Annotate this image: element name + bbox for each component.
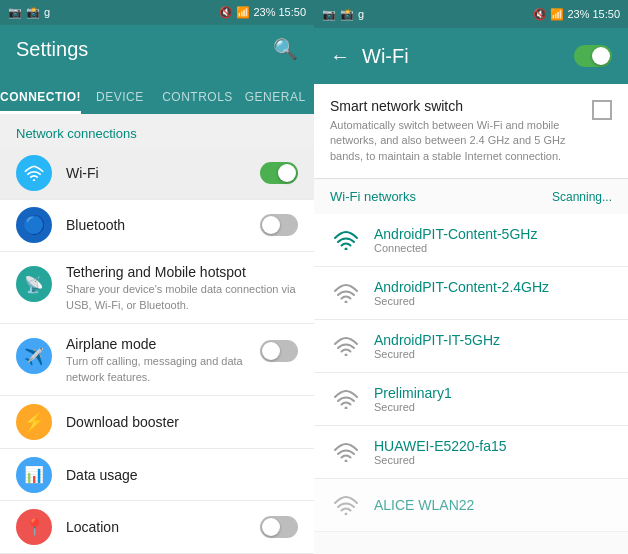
camera-icon: 📷 <box>8 6 22 19</box>
network-item-4[interactable]: HUAWEI-E5220-fa15 Secured <box>314 426 628 479</box>
svg-point-1 <box>345 248 348 251</box>
tab-controls[interactable]: CONTROLS <box>159 90 237 114</box>
download-icon-circle: ⚡ <box>16 404 52 440</box>
app-icon-r: g <box>358 8 364 20</box>
wifi-main-toggle[interactable] <box>574 45 612 67</box>
download-title: Download booster <box>66 414 298 430</box>
left-panel: 📷 📸 g 🔇 📶 23% 15:50 Settings 🔍 CONNECTIO… <box>0 0 314 554</box>
bluetooth-title: Bluetooth <box>66 217 246 233</box>
wifi-signal-icon-0 <box>330 224 362 256</box>
search-icon[interactable]: 🔍 <box>273 37 298 61</box>
wifi-signal-icon-3 <box>330 383 362 415</box>
network-item-1[interactable]: AndroidPIT-Content-2.4GHz Secured <box>314 267 628 320</box>
network-name-3: Preliminary1 <box>374 385 612 401</box>
network-item-5[interactable]: ALICE WLAN22 <box>314 479 628 532</box>
wifi-toggle[interactable] <box>260 162 298 184</box>
scanning-text: Scanning... <box>552 190 612 204</box>
network-item-2[interactable]: AndroidPIT-IT-5GHz Secured <box>314 320 628 373</box>
network-connections-label: Network connections <box>0 114 314 147</box>
wifi-item-text: Wi-Fi <box>66 165 246 181</box>
mute-icon-r: 🔇 <box>533 8 547 21</box>
svg-point-3 <box>345 354 348 357</box>
tethering-icon-circle: 📡 <box>16 266 52 302</box>
tab-connection[interactable]: CONNECTIO! <box>0 90 81 114</box>
location-text: Location <box>66 519 246 535</box>
signal-icon: 📶 <box>236 6 250 19</box>
network-name-0: AndroidPIT-Content-5GHz <box>374 226 612 242</box>
network-item-0[interactable]: AndroidPIT-Content-5GHz Connected <box>314 214 628 267</box>
tab-device[interactable]: DEVICE <box>81 90 159 114</box>
network-status-3: Secured <box>374 401 612 413</box>
network-name-4: HUAWEI-E5220-fa15 <box>374 438 612 454</box>
airplane-list-item[interactable]: ✈️ Airplane mode Turn off calling, messa… <box>0 324 314 396</box>
wifi-signal-icon-4 <box>330 436 362 468</box>
chart-icon: 📊 <box>24 465 44 484</box>
smart-switch-title: Smart network switch <box>330 98 582 114</box>
location-title: Location <box>66 519 246 535</box>
back-button[interactable]: ← <box>330 45 350 68</box>
network-name-1: AndroidPIT-Content-2.4GHz <box>374 279 612 295</box>
svg-point-2 <box>345 301 348 304</box>
mute-icon: 🔇 <box>219 6 233 19</box>
tethering-list-item[interactable]: 📡 Tethering and Mobile hotspot Share you… <box>0 252 314 324</box>
bluetooth-list-item[interactable]: 🔵 Bluetooth <box>0 200 314 253</box>
network-status-4: Secured <box>374 454 612 466</box>
wifi-list-item[interactable]: Wi-Fi <box>0 147 314 200</box>
settings-header: Settings 🔍 <box>0 25 314 74</box>
airplane-icon-circle: ✈️ <box>16 338 52 374</box>
wifi-header: ← Wi-Fi <box>314 28 628 84</box>
tabs-bar: CONNECTIO! DEVICE CONTROLS GENERAL <box>0 74 314 114</box>
network-text-1: AndroidPIT-Content-2.4GHz Secured <box>374 279 612 307</box>
location-item[interactable]: 📍 Location <box>0 501 314 554</box>
hotspot-icon: 📡 <box>24 275 44 294</box>
camera-icon-r: 📷 <box>322 8 336 21</box>
network-status-0: Connected <box>374 242 612 254</box>
wifi-main-toggle-knob <box>592 47 610 65</box>
status-right-right-info: 🔇 📶 23% 15:50 <box>533 8 620 21</box>
wifi-signal-icon-2 <box>330 330 362 362</box>
network-status-1: Secured <box>374 295 612 307</box>
wifi-icon-circle <box>16 155 52 191</box>
bluetooth-toggle[interactable] <box>260 214 298 236</box>
time-text-r: 15:50 <box>592 8 620 20</box>
svg-point-5 <box>345 460 348 463</box>
right-panel: 📷 📸 g 🔇 📶 23% 15:50 ← Wi-Fi Smart networ… <box>314 0 628 554</box>
location-toggle-knob <box>262 518 280 536</box>
svg-point-0 <box>33 179 36 181</box>
wifi-signal-icon-5 <box>330 489 362 521</box>
status-bar-right: 📷 📸 g 🔇 📶 23% 15:50 <box>314 0 628 28</box>
wifi-page-title: Wi-Fi <box>362 45 562 68</box>
network-text-3: Preliminary1 Secured <box>374 385 612 413</box>
app-icon: g <box>44 6 50 18</box>
download-booster-item[interactable]: ⚡ Download booster <box>0 396 314 449</box>
smart-switch-text: Smart network switch Automatically switc… <box>330 98 582 164</box>
location-toggle[interactable] <box>260 516 298 538</box>
network-status-2: Secured <box>374 348 612 360</box>
network-name-2: AndroidPIT-IT-5GHz <box>374 332 612 348</box>
wifi-title: Wi-Fi <box>66 165 246 181</box>
network-text-0: AndroidPIT-Content-5GHz Connected <box>374 226 612 254</box>
smart-switch-checkbox[interactable] <box>592 100 612 120</box>
tethering-subtitle: Share your device's mobile data connecti… <box>66 282 298 313</box>
airplane-subtitle: Turn off calling, messaging and data net… <box>66 354 246 385</box>
status-left-icons: 📷 📸 g <box>8 6 50 19</box>
network-text-5: ALICE WLAN22 <box>374 497 612 513</box>
time-text: 15:50 <box>278 6 306 18</box>
smart-switch-section: Smart network switch Automatically switc… <box>314 84 628 179</box>
tab-general[interactable]: GENERAL <box>236 90 314 114</box>
airplane-toggle[interactable] <box>260 340 298 362</box>
svg-point-4 <box>345 407 348 410</box>
data-usage-item[interactable]: 📊 Data usage <box>0 449 314 502</box>
tethering-title: Tethering and Mobile hotspot <box>66 264 298 280</box>
signal-icon-r: 📶 <box>550 8 564 21</box>
network-item-3[interactable]: Preliminary1 Secured <box>314 373 628 426</box>
data-usage-text: Data usage <box>66 467 298 483</box>
bluetooth-icon-circle: 🔵 <box>16 207 52 243</box>
bolt-icon: ⚡ <box>23 411 45 433</box>
download-item-text: Download booster <box>66 414 298 430</box>
airplane-title: Airplane mode <box>66 336 246 352</box>
airplane-icon: ✈️ <box>24 347 44 366</box>
instagram-icon-r: 📸 <box>340 8 354 21</box>
airplane-toggle-knob <box>262 342 280 360</box>
bluetooth-toggle-knob <box>262 216 280 234</box>
